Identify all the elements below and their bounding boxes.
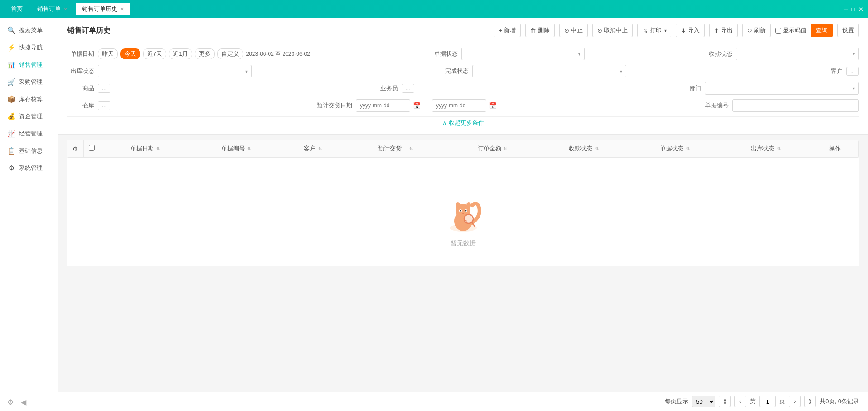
customer-btn[interactable]: ... (846, 67, 859, 76)
date-more[interactable]: 更多 (195, 48, 215, 59)
delivery-start-input[interactable] (356, 99, 410, 112)
th-operation: 操作 (811, 140, 858, 158)
date-today[interactable]: 今天 (120, 48, 140, 59)
settings-button[interactable]: 设置 (837, 24, 859, 37)
dept-select[interactable]: ▾ (705, 82, 859, 95)
sidebar-item-finance[interactable]: 💰 资金管理 (0, 108, 58, 125)
refresh-button[interactable]: ↻ 刷新 (742, 24, 771, 37)
th-delivery: 预计交货... ⇅ (344, 140, 447, 158)
sort-customer-icon[interactable]: ⇅ (318, 146, 322, 151)
empty-illustration (441, 194, 486, 239)
status-select-arrow: ▾ (578, 52, 580, 57)
date-custom[interactable]: 自定义 (217, 48, 243, 59)
filter-area: 单据日期 昨天 今天 近7天 近1月 更多 (58, 42, 868, 135)
purchase-icon: 🛒 (7, 78, 15, 86)
last-page-btn[interactable]: ⟫ (804, 396, 816, 407)
page-input[interactable] (759, 396, 776, 407)
page-size-label: 每页显示 (665, 397, 688, 406)
stop-button[interactable]: ⊘ 中止 (559, 24, 588, 37)
sidebar-item-purchase[interactable]: 🛒 采购管理 (0, 73, 58, 91)
salesperson-btn[interactable]: ... (402, 84, 414, 93)
total-info: 共0页, 0条记录 (820, 397, 859, 406)
sidebar-item-system[interactable]: ⚙ 系统管理 (0, 160, 58, 177)
sort-date-icon[interactable]: ⇅ (156, 146, 160, 151)
delivery-label: 预计交货日期 (317, 102, 352, 110)
tab-sales-order-history-close[interactable]: ✕ (120, 6, 124, 12)
query-button[interactable]: 查询 (811, 24, 833, 37)
display-columns-checkbox[interactable]: 显示码值 (775, 26, 806, 34)
sidebar-item-inventory[interactable]: 📦 库存核算 (0, 91, 58, 108)
first-page-btn[interactable]: ⟪ (719, 396, 731, 407)
sort-amount-icon[interactable]: ⇅ (504, 146, 507, 151)
delivery-start-calendar-icon[interactable]: 📅 (413, 102, 421, 109)
sort-order-status-icon[interactable]: ⇅ (686, 146, 690, 151)
page-title-row: 销售订单历史 + 新增 🗑 删除 ⊘ 中止 ⊘ (67, 24, 859, 42)
delivery-end-calendar-icon[interactable]: 📅 (489, 102, 497, 109)
sidebar-item-quick-nav[interactable]: ⚡ 快捷导航 (0, 39, 58, 56)
select-all-checkbox[interactable] (89, 145, 95, 151)
export-icon: ⬆ (714, 27, 719, 34)
warehouse-btn[interactable]: ... (98, 101, 110, 110)
content: 销售订单历史 + 新增 🗑 删除 ⊘ 中止 ⊘ (58, 18, 868, 411)
order-no-input[interactable] (732, 99, 859, 112)
next-page-btn[interactable]: › (789, 396, 801, 407)
status-select[interactable]: ▾ (461, 48, 585, 60)
sidebar-item-basic-info[interactable]: 📋 基础信息 (0, 142, 58, 160)
payment-select[interactable]: ▾ (736, 48, 859, 60)
page-size-select[interactable]: 20 50 100 (692, 396, 715, 407)
outbound-select-arrow: ▾ (245, 69, 248, 74)
sidebar-item-operation[interactable]: 📈 经营管理 (0, 125, 58, 142)
collapse-arrow-icon: ∧ (442, 120, 447, 126)
prev-page-btn[interactable]: ‹ (734, 396, 746, 407)
collapse-filter-btn[interactable]: ∧ 收起更多条件 (67, 116, 859, 129)
topbar-tabs: 首页 销售订单 ✕ 销售订单历史 ✕ (5, 3, 130, 15)
finance-icon: 💰 (7, 112, 15, 121)
empty-text: 暂无数据 (451, 239, 476, 247)
sidebar-bottom: ⚙ ◀ (0, 393, 58, 411)
filter-row-1: 单据日期 昨天 今天 近7天 近1月 更多 (67, 48, 859, 60)
outbound-select[interactable]: ▾ (98, 65, 252, 77)
delivery-date-group: 📅 — 📅 (356, 99, 497, 112)
goods-label: 商品 (67, 84, 94, 92)
sort-payment-status-icon[interactable]: ⇅ (595, 146, 599, 151)
goods-btn[interactable]: ... (98, 84, 110, 93)
date-1month[interactable]: 近1月 (169, 48, 192, 59)
th-checkbox[interactable] (83, 140, 100, 158)
sidebar-item-sales[interactable]: 📊 销售管理 (0, 56, 58, 73)
svg-point-9 (462, 213, 464, 214)
sort-outbound-status-icon[interactable]: ⇅ (777, 146, 781, 151)
import-button[interactable]: ⬇ 导入 (676, 24, 705, 37)
tab-home[interactable]: 首页 (5, 3, 29, 15)
tab-sales-order-history[interactable]: 销售订单历史 ✕ (76, 3, 130, 15)
complete-select-arrow: ▾ (620, 69, 622, 74)
window-close[interactable]: ✕ (858, 6, 863, 13)
delivery-end-input[interactable] (432, 99, 486, 112)
empty-area: 暂无数据 (67, 158, 859, 266)
search-icon: 🔍 (7, 26, 15, 34)
date-yesterday[interactable]: 昨天 (98, 48, 118, 59)
delete-button[interactable]: 🗑 删除 (525, 24, 555, 37)
export-button[interactable]: ⬆ 导出 (709, 24, 738, 37)
sidebar-item-search[interactable]: 🔍 搜索菜单 (0, 22, 58, 39)
salesperson-label: 业务员 (373, 84, 398, 92)
payment-select-arrow: ▾ (853, 52, 855, 57)
complete-select[interactable]: ▾ (472, 65, 626, 77)
th-settings[interactable]: ⚙ (67, 140, 83, 158)
data-table: ⚙ 单据日期 ⇅ 单据编号 ⇅ (67, 140, 859, 158)
svg-point-3 (456, 202, 460, 208)
tab-sales-order[interactable]: 销售订单 ✕ (31, 3, 74, 15)
print-button[interactable]: 🖨 打印 (637, 24, 671, 37)
display-columns-input[interactable] (775, 28, 781, 34)
sidebar-settings-icon[interactable]: ⚙ (7, 398, 14, 406)
sidebar: 🔍 搜索菜单 ⚡ 快捷导航 📊 销售管理 🛒 采购管理 📦 库存核算 💰 资金管… (0, 18, 58, 411)
sort-order-no-icon[interactable]: ⇅ (247, 146, 251, 151)
tab-sales-order-close[interactable]: ✕ (63, 6, 67, 12)
sidebar-collapse-icon[interactable]: ◀ (21, 398, 26, 406)
window-minimize[interactable]: ─ (844, 6, 848, 13)
date-7days[interactable]: 近7天 (143, 48, 166, 59)
add-button[interactable]: + 新增 (494, 24, 521, 37)
sort-delivery-icon[interactable]: ⇅ (409, 146, 413, 151)
th-customer: 客户 ⇅ (282, 140, 344, 158)
cancel-stop-button[interactable]: ⊘ 取消中止 (592, 24, 633, 37)
window-maximize[interactable]: □ (851, 6, 855, 13)
